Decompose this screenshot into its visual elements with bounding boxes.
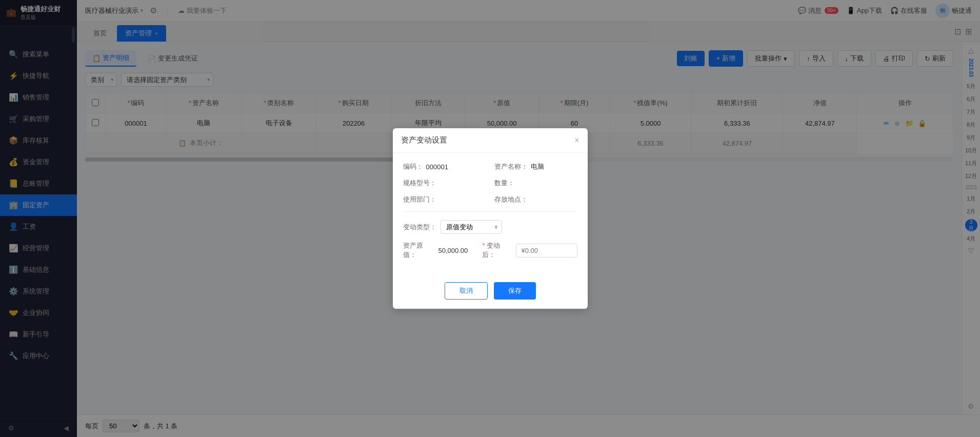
after-value-input[interactable] bbox=[516, 244, 577, 257]
asset-value-label: 资产原值： bbox=[403, 241, 432, 260]
dialog-field-quantity: 数量： bbox=[494, 178, 577, 188]
code-label: 编码： bbox=[403, 162, 423, 171]
asset-value: 50,000.00 bbox=[438, 247, 468, 254]
name-value: 电脑 bbox=[531, 162, 544, 171]
dialog-divider bbox=[403, 211, 577, 212]
change-type-select[interactable]: 原值变动 折旧方法变动 使用年限变动 bbox=[441, 220, 502, 234]
change-type-label: 变动类型： bbox=[403, 223, 436, 232]
dialog-footer: 取消 保存 bbox=[393, 276, 588, 309]
dialog-change-type-row: 变动类型： 原值变动 折旧方法变动 使用年限变动 bbox=[403, 220, 577, 234]
dialog-close-button[interactable]: × bbox=[574, 136, 579, 145]
name-label: 资产名称： bbox=[494, 162, 528, 171]
change-type-select-wrap: 原值变动 折旧方法变动 使用年限变动 bbox=[441, 220, 502, 234]
quantity-label: 数量： bbox=[494, 178, 514, 188]
dialog-field-dept: 使用部门： bbox=[403, 195, 486, 204]
dialog-field-code: 编码： 000001 bbox=[403, 162, 486, 171]
dept-label: 使用部门： bbox=[403, 195, 436, 204]
dialog-field-spec: 规格型号： bbox=[403, 178, 486, 188]
dialog-title: 资产变动设置 bbox=[401, 135, 447, 145]
asset-change-dialog: 资产变动设置 × 编码： 000001 资产名称： 电脑 规格型号： bbox=[393, 128, 588, 309]
required-star: * bbox=[482, 242, 485, 249]
cancel-button[interactable]: 取消 bbox=[445, 282, 488, 300]
save-button[interactable]: 保存 bbox=[494, 282, 536, 300]
dialog-body: 编码： 000001 资产名称： 电脑 规格型号： 数量： bbox=[393, 153, 588, 276]
dialog-row-2: 规格型号： 数量： bbox=[403, 178, 577, 188]
spec-label: 规格型号： bbox=[403, 178, 436, 188]
code-value: 000001 bbox=[426, 163, 448, 171]
dialog-overlay[interactable]: 资产变动设置 × 编码： 000001 资产名称： 电脑 规格型号： bbox=[0, 0, 980, 437]
dialog-field-name: 资产名称： 电脑 bbox=[494, 162, 577, 171]
dialog-row-1: 编码： 000001 资产名称： 电脑 bbox=[403, 162, 577, 171]
dialog-header: 资产变动设置 × bbox=[393, 128, 588, 153]
dialog-field-location: 存放地点： bbox=[494, 195, 577, 204]
dialog-row-3: 使用部门： 存放地点： bbox=[403, 195, 577, 204]
after-label: 变动后： bbox=[482, 242, 500, 259]
dialog-amount-row: 资产原值： 50,000.00 * 变动后： bbox=[403, 241, 577, 260]
location-label: 存放地点： bbox=[494, 195, 528, 204]
